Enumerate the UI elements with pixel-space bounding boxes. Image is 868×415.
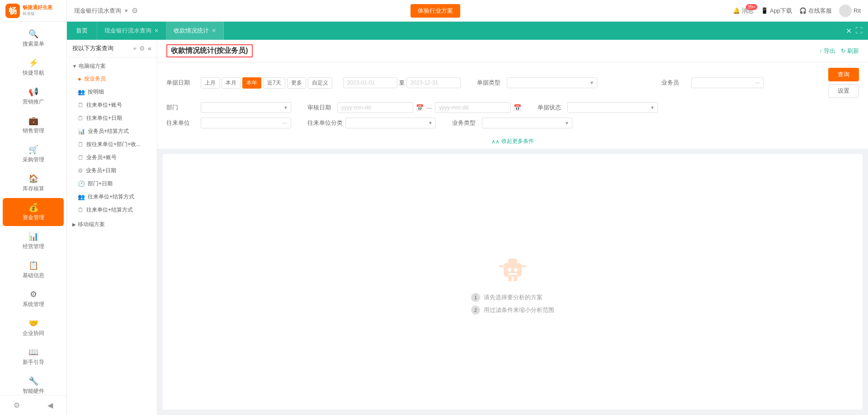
scheme-cs1-icon: 👥: [78, 193, 85, 200]
tab-home[interactable]: 首页: [67, 22, 97, 40]
review-date-dash: —: [426, 104, 432, 111]
trial-btn[interactable]: 体验行业方案: [410, 4, 460, 18]
messages-group[interactable]: 🔔 消息 99+: [733, 7, 754, 15]
sidebar-item-inventory[interactable]: 🏠 库存核算: [3, 169, 64, 197]
doc-status-dropdown-icon: ▾: [651, 104, 654, 111]
scheme-item-by-salesperson[interactable]: ● 按业务员: [67, 72, 157, 85]
date-to-input[interactable]: 2023-12-31: [406, 77, 461, 88]
scheme-item-salesperson-date[interactable]: ⚙ 业务员+日期: [67, 164, 157, 177]
bell-icon: 🔔: [733, 7, 740, 14]
date-this-year-btn[interactable]: 本年: [242, 77, 261, 89]
dept-select[interactable]: ▾: [201, 102, 291, 113]
svg-rect-7: [508, 277, 512, 281]
scheme-item-counterpart-dept[interactable]: 🗒 按往来单位+部门+收...: [67, 138, 157, 151]
step-1-text: 请先选择要分析的方案: [484, 293, 542, 302]
scheme-item-counterpart-date[interactable]: 🗒 往来单位+日期: [67, 112, 157, 125]
scheme-item-counterpart-settlement1[interactable]: 👥 往来单位+结算方式: [67, 190, 157, 203]
date-7days-btn[interactable]: 近7天: [263, 77, 285, 89]
online-service-label: 在线客服: [808, 7, 832, 15]
user-avatar-group[interactable]: Rit: [839, 5, 861, 17]
sidebar-item-marketing[interactable]: 📢 营销推广: [3, 82, 64, 110]
group-expand-arrow-icon: ▼: [72, 64, 77, 69]
scheme-item-by-detail[interactable]: 👥 按明细: [67, 85, 157, 99]
tab-minimize-icon[interactable]: ✕: [846, 27, 852, 35]
tab-receipt-stats[interactable]: 收款情况统计 ✕: [166, 22, 224, 40]
counterpart-category-select[interactable]: ▾: [345, 118, 436, 128]
sidebar-item-sales[interactable]: 💼 销售管理: [3, 111, 64, 139]
collapse-up-icon: ∧∧: [491, 138, 500, 145]
sales-icon: 💼: [28, 116, 38, 126]
review-date-from-input[interactable]: yyyy-mm-dd: [337, 102, 413, 113]
main-content: 现金银行流水查询 ▾ ⚙ 体验行业方案 🔔 消息 99+ 📱 App下载 🎧 在…: [67, 0, 868, 415]
scheme-salesperson-icon: ●: [78, 75, 81, 82]
collapse-label: 收起更多条件: [501, 137, 534, 145]
date-range: 2023-01-01 至 2023-12-31: [343, 77, 461, 88]
sidebar-nav: 🔍 搜索菜单 ⚡ 快捷导航 📢 营销推广 💼 销售管理 🛒 采购管理 🏠 库存核…: [0, 22, 66, 395]
scheme-collapse-btn[interactable]: «: [148, 45, 151, 52]
counterpart-more-icon[interactable]: ···: [283, 120, 287, 126]
collapse-conditions-btn[interactable]: ∧∧ 收起更多条件: [166, 134, 859, 149]
scheme-item-salesperson-settlement[interactable]: 📊 业务员+结算方式: [67, 125, 157, 138]
export-btn[interactable]: ↑ 导出: [820, 47, 836, 55]
review-date-to-input[interactable]: yyyy-mm-dd: [435, 102, 511, 113]
svg-rect-6: [522, 265, 526, 267]
review-date-to-calendar-icon[interactable]: 📅: [514, 104, 521, 111]
sidebar-item-search[interactable]: 🔍 搜索菜单: [3, 24, 64, 52]
date-this-month-btn[interactable]: 本月: [222, 77, 241, 89]
empty-step-2: 2 用过滤条件来缩小分析范围: [471, 306, 554, 315]
sidebar-item-operations[interactable]: 📊 经营管理: [3, 227, 64, 255]
svg-rect-5: [499, 265, 504, 267]
scheme-cd-icon: 🗒: [78, 115, 84, 122]
tab-receipt-stats-close[interactable]: ✕: [212, 28, 216, 34]
app-download-group[interactable]: 📱 App下载: [761, 7, 792, 15]
sidebar-item-quicknav[interactable]: ⚡ 快捷导航: [3, 53, 64, 81]
sidebar-item-system[interactable]: ⚙ 系统管理: [3, 285, 64, 313]
tab-maximize-icon[interactable]: ⛶: [855, 27, 863, 35]
doc-status-select[interactable]: ▾: [567, 102, 658, 113]
tab-cash-flow[interactable]: 现金银行流水查询 ✕: [97, 22, 166, 40]
scheme-item-salesperson-account[interactable]: 🗒 业务员+账号: [67, 151, 157, 164]
review-date-from-calendar-icon[interactable]: 📅: [416, 104, 424, 111]
review-date-group: 审核日期 yyyy-mm-dd 📅 — yyyy-mm-dd 📅: [307, 102, 521, 113]
scheme-title: 按以下方案查询: [72, 44, 130, 52]
sidebar-item-purchase[interactable]: 🛒 采购管理: [3, 140, 64, 168]
scheme-group-mobile-header[interactable]: ▶ 移动端方案: [67, 218, 157, 231]
tab-cash-flow-close[interactable]: ✕: [154, 28, 159, 34]
date-more-btn[interactable]: 更多: [287, 77, 306, 89]
scheme-group-desktop-header[interactable]: ▼ 电脑端方案: [67, 60, 157, 72]
salesperson-more-icon[interactable]: ···: [755, 80, 760, 86]
scheme-item-counterpart-settlement2[interactable]: 🗒 往来单位+结算方式: [67, 203, 157, 217]
setting-btn[interactable]: 设置: [828, 84, 859, 98]
scheme-cs1-label: 往来单位+结算方式: [88, 193, 134, 201]
online-service-group[interactable]: 🎧 在线客服: [799, 7, 832, 15]
header-gear-icon[interactable]: ⚙: [132, 6, 138, 15]
sidebar-item-collaboration[interactable]: 🤝 企业协同: [3, 314, 64, 342]
sidebar-item-finance[interactable]: 💰 资金管理: [3, 198, 64, 226]
scheme-setting-btn[interactable]: ⚙: [139, 45, 145, 52]
date-range-separator: 至: [399, 79, 405, 87]
query-btn[interactable]: 查询: [828, 68, 859, 81]
sidebar-item-hardware[interactable]: 🔧 智能硬件: [3, 372, 64, 395]
sidebar-item-guide[interactable]: 📖 新手引导: [3, 343, 64, 371]
scheme-item-counterpart-account[interactable]: 🗒 往来单位+账号: [67, 99, 157, 112]
doc-type-select[interactable]: ▾: [507, 77, 597, 88]
breadcrumb-dropdown-icon[interactable]: ▾: [125, 7, 128, 14]
counterpart-select[interactable]: ···: [201, 118, 291, 128]
date-from-input[interactable]: 2023-01-01: [343, 77, 397, 88]
page-content: 按以下方案查询 + ⚙ « ▼ 电脑端方案 ● 按业务员: [67, 40, 868, 415]
business-type-select[interactable]: ▾: [482, 118, 572, 128]
scheme-add-btn[interactable]: +: [133, 45, 137, 52]
collapse-sidebar-btn[interactable]: ◀‍: [46, 399, 55, 411]
settings-bottom-btn[interactable]: ⚙: [12, 399, 22, 411]
sidebar-item-basic[interactable]: 📋 基础信息: [3, 256, 64, 284]
cc-dropdown-icon: ▾: [429, 120, 432, 126]
date-custom-btn[interactable]: 自定义: [308, 77, 332, 89]
salesperson-group: 业务员 ···: [661, 77, 764, 88]
filter-row-2: 部门 ▾ 审核日期 yyyy-mm-dd 📅 — yyyy-mm-dd 📅: [166, 102, 859, 113]
scheme-item-dept-date[interactable]: 🕐 部门+日期: [67, 177, 157, 190]
salesperson-select[interactable]: ···: [691, 77, 764, 88]
doc-status-group: 单据状态 ▾: [538, 102, 658, 113]
date-last-month-btn[interactable]: 上月: [201, 77, 220, 89]
refresh-btn[interactable]: ↻ 刷新: [841, 47, 859, 55]
empty-steps: 1 请先选择要分析的方案 2 用过滤条件来缩小分析范围: [471, 293, 554, 315]
